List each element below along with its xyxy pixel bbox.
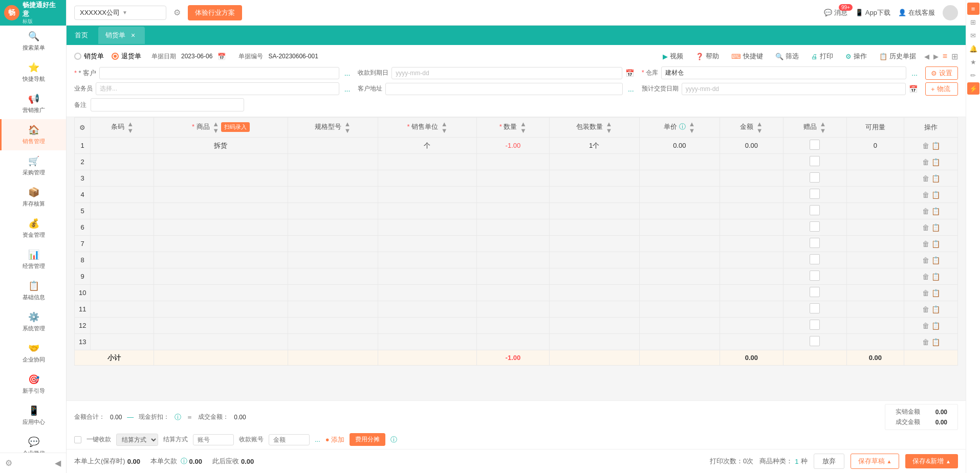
cell-amount[interactable] [720, 236, 783, 252]
cell-product[interactable] [154, 170, 288, 187]
cell-barcode[interactable] [91, 203, 154, 219]
copy-row-icon[interactable]: 📋 [931, 174, 940, 183]
cell-amount[interactable]: 0.00 [720, 138, 783, 154]
delete-row-icon[interactable]: 🗑 [922, 289, 929, 297]
tab-home[interactable]: 首页 [67, 27, 96, 44]
cell-spec[interactable] [288, 203, 378, 219]
cell-product[interactable] [154, 236, 288, 252]
cell-pack-qty[interactable] [549, 170, 639, 187]
cell-quantity[interactable] [477, 170, 549, 187]
sidebar-item-enterprise[interactable]: 🤝 企业协同 [0, 337, 66, 369]
topbar-settings-icon[interactable]: ⚙ [171, 6, 183, 19]
cell-amount[interactable] [720, 219, 783, 236]
cell-quantity[interactable] [477, 236, 549, 252]
cell-unit-price[interactable] [639, 203, 720, 219]
cell-unit[interactable] [378, 285, 477, 301]
cell-product[interactable] [154, 285, 288, 301]
cell-barcode[interactable] [91, 187, 154, 203]
save-new-button[interactable]: 保存&新增 ▲ [905, 454, 958, 468]
expected-delivery-calendar-icon[interactable]: 📅 [909, 85, 918, 93]
cell-quantity[interactable] [477, 154, 549, 170]
sidebar-item-guide[interactable]: 🎯 新手引导 [0, 369, 66, 400]
cell-gift[interactable] [783, 187, 846, 203]
cell-spec[interactable] [288, 170, 378, 187]
cell-barcode[interactable] [91, 301, 154, 318]
sidebar-item-operations[interactable]: 📊 经营管理 [0, 244, 66, 275]
right-mini-orange[interactable]: ⚡ [967, 82, 979, 95]
sidebar-item-apps[interactable]: 📱 应用中心 [0, 400, 66, 431]
copy-row-icon[interactable]: 📋 [931, 256, 940, 264]
cell-unit-price[interactable]: 0.00 [639, 138, 720, 154]
cell-spec[interactable] [288, 219, 378, 236]
cell-product[interactable] [154, 219, 288, 236]
user-avatar[interactable] [943, 5, 958, 20]
cell-gift[interactable] [783, 138, 846, 154]
company-selector[interactable]: XXXXXX公司 ▼ [74, 6, 166, 20]
cell-barcode[interactable] [91, 252, 154, 268]
one-click-payment-checkbox[interactable] [74, 436, 81, 443]
cell-quantity[interactable] [477, 285, 549, 301]
delete-row-icon[interactable]: 🗑 [922, 240, 929, 248]
cell-pack-qty[interactable] [549, 154, 639, 170]
delete-row-icon[interactable]: 🗑 [922, 207, 929, 215]
cell-product[interactable]: 拆货 [154, 138, 288, 154]
app-download-btn[interactable]: 📱 App下载 [855, 8, 890, 17]
cell-spec[interactable] [288, 154, 378, 170]
cell-unit-price[interactable] [639, 236, 720, 252]
collapse-icon[interactable]: ◀ [55, 458, 61, 468]
cell-unit-price[interactable] [639, 187, 720, 203]
cell-gift[interactable] [783, 334, 846, 350]
sidebar-item-wechat[interactable]: 💬 企业微信 [0, 431, 66, 453]
right-mini-msg[interactable]: ✉ [967, 29, 979, 41]
copy-row-icon[interactable]: 📋 [931, 273, 940, 281]
cell-pack-qty[interactable] [549, 318, 639, 334]
delete-row-icon[interactable]: 🗑 [922, 142, 929, 150]
salesperson-input[interactable]: 选择... [96, 82, 339, 95]
gift-checkbox[interactable] [810, 156, 820, 166]
customer-address-dots-btn[interactable]: ... [628, 85, 634, 93]
cell-amount[interactable] [720, 203, 783, 219]
cell-spec[interactable] [288, 268, 378, 285]
copy-row-icon[interactable]: 📋 [931, 322, 940, 330]
copy-row-icon[interactable]: 📋 [931, 142, 940, 150]
cell-unit[interactable] [378, 318, 477, 334]
delete-row-icon[interactable]: 🗑 [922, 174, 929, 183]
settings-footer-icon[interactable]: ⚙ [5, 458, 12, 468]
payment-account-input[interactable] [193, 434, 234, 445]
cell-quantity[interactable] [477, 301, 549, 318]
sidebar-item-system[interactable]: ⚙️ 系统管理 [0, 306, 66, 337]
gift-checkbox[interactable] [810, 238, 820, 248]
message-btn[interactable]: 💬 消息 99+ [824, 8, 847, 17]
cell-product[interactable] [154, 154, 288, 170]
salesperson-dots-btn[interactable]: ... [344, 85, 351, 93]
cell-barcode[interactable] [91, 318, 154, 334]
gift-checkbox[interactable] [810, 140, 820, 150]
online-service-btn[interactable]: 👤 在线客服 [898, 8, 935, 17]
radio-return-order[interactable]: 退货单 [112, 52, 141, 61]
sidebar-item-finance[interactable]: 💰 资金管理 [0, 213, 66, 244]
print-btn[interactable]: 🖨 打印 [807, 50, 837, 62]
cell-gift[interactable] [783, 236, 846, 252]
cell-unit-price[interactable] [639, 154, 720, 170]
nav-next-icon[interactable]: ▶ [933, 53, 939, 60]
cell-unit[interactable] [378, 154, 477, 170]
copy-row-icon[interactable]: 📋 [931, 223, 940, 232]
copy-row-icon[interactable]: 📋 [931, 191, 940, 199]
unit-price-help-icon[interactable]: ⓘ [679, 123, 686, 130]
cell-pack-qty[interactable] [549, 203, 639, 219]
cell-product[interactable] [154, 252, 288, 268]
cell-unit-price[interactable] [639, 334, 720, 350]
gift-checkbox[interactable] [810, 336, 820, 346]
cell-gift[interactable] [783, 203, 846, 219]
cell-unit[interactable] [378, 252, 477, 268]
cell-spec[interactable] [288, 285, 378, 301]
tab-close-button[interactable]: × [128, 31, 138, 39]
cell-gift[interactable] [783, 285, 846, 301]
cell-quantity[interactable] [477, 334, 549, 350]
cash-discount-help-icon[interactable]: ⓘ [175, 413, 181, 422]
sidebar-item-purchase[interactable]: 🛒 采购管理 [0, 150, 66, 182]
video-btn[interactable]: ▶ 视频 [659, 50, 687, 62]
right-mini-edit[interactable]: ✏ [967, 69, 979, 81]
expense-help-icon[interactable]: ⓘ [390, 435, 397, 444]
scan-barcode-btn[interactable]: 扫码录入 [221, 122, 250, 132]
